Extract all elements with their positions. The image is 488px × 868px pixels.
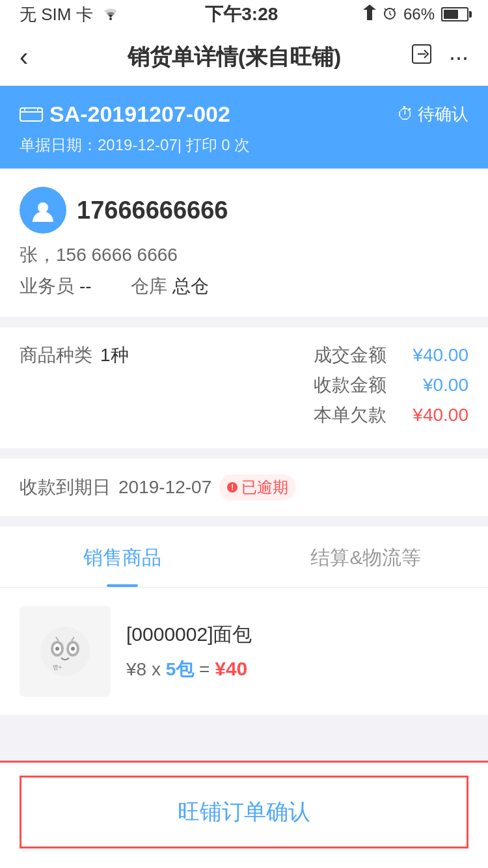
status-left: 无 SIM 卡 xyxy=(20,3,120,26)
warehouse-value: 总仓 xyxy=(172,274,209,299)
due-date-section: 收款到期日 2019-12-07 ! 已逾期 xyxy=(0,459,488,516)
svg-point-5 xyxy=(40,627,90,676)
tab-sales-products[interactable]: 销售商品 xyxy=(0,526,244,587)
amount-summary: 成交金额 ¥40.00 收款金额 ¥0.00 本单欠款 ¥40.00 xyxy=(314,343,468,433)
received-amount-row: 收款金额 ¥0.00 xyxy=(314,373,468,398)
owed-amount-row: 本单欠款 ¥40.00 xyxy=(314,403,468,427)
order-date: 单据日期：2019-12-07| 打印 0 次 xyxy=(20,135,468,156)
order-id: SA-20191207-002 xyxy=(20,102,230,127)
svg-rect-3 xyxy=(20,108,42,121)
product-item: 管+ [0000002]面包 ¥8 x 5包 = ¥40 xyxy=(0,588,488,715)
transaction-amount-value: ¥40.00 xyxy=(413,345,468,366)
share-button[interactable] xyxy=(410,42,433,72)
received-amount-label: 收款金额 xyxy=(314,373,386,398)
transaction-amount-row: 成交金额 ¥40.00 xyxy=(314,343,468,368)
page-title: 销货单详情(来自旺铺) xyxy=(128,42,342,72)
tab-settlement[interactable]: 结算&物流等 xyxy=(244,526,488,587)
status-time: 下午3:28 xyxy=(205,2,278,27)
back-button[interactable]: ‹ xyxy=(20,42,59,72)
product-info: [0000002]面包 ¥8 x 5包 = ¥40 xyxy=(126,621,468,682)
nav-bar: ‹ 销货单详情(来自旺铺) ··· xyxy=(0,29,488,86)
product-thumbnail: 管+ xyxy=(20,606,111,697)
battery-icon xyxy=(441,7,468,21)
location-icon xyxy=(363,5,376,24)
overdue-dot-icon: ! xyxy=(227,482,237,493)
customer-phone: 17666666666 xyxy=(77,197,228,224)
confirm-order-button[interactable]: 旺铺订单确认 xyxy=(20,776,468,848)
avatar xyxy=(20,187,66,234)
confirm-button-wrap: 旺铺订单确认 xyxy=(0,761,488,868)
status-right: 66% xyxy=(363,5,468,24)
product-type-label: 商品种类 xyxy=(20,343,92,368)
customer-top: 17666666666 xyxy=(20,187,468,234)
svg-text:管+: 管+ xyxy=(53,664,62,671)
more-button[interactable]: ··· xyxy=(449,44,468,71)
product-price: ¥8 x 5包 = ¥40 xyxy=(126,657,468,682)
wifi-icon xyxy=(101,5,120,25)
battery-percent: 66% xyxy=(403,5,435,23)
product-type-field: 商品种类 1种 xyxy=(20,343,129,368)
order-header: SA-20191207-002 ⏱ 待确认 单据日期：2019-12-07| 打… xyxy=(0,86,488,169)
tabs: 销售商品 结算&物流等 xyxy=(0,526,488,588)
svg-point-11 xyxy=(71,647,75,651)
salesperson-value: -- xyxy=(79,276,92,297)
summary-section: 商品种类 1种 成交金额 ¥40.00 收款金额 ¥0.00 本单欠款 ¥40.… xyxy=(0,327,488,448)
carrier-label: 无 SIM 卡 xyxy=(20,3,93,26)
nav-actions: ··· xyxy=(410,42,468,72)
overdue-text: 已逾期 xyxy=(241,477,288,498)
alarm-icon xyxy=(383,5,397,23)
warehouse-label: 仓库 xyxy=(131,274,167,299)
customer-name: 张，156 6666 6666 xyxy=(20,243,468,267)
svg-point-10 xyxy=(55,647,59,651)
customer-meta: 业务员 -- 仓库 总仓 xyxy=(20,274,468,299)
salesperson-field: 业务员 -- xyxy=(20,274,92,299)
product-name: [0000002]面包 xyxy=(126,621,468,648)
customer-section: 17666666666 张，156 6666 6666 业务员 -- 仓库 总仓 xyxy=(0,169,488,317)
warehouse-field: 仓库 总仓 xyxy=(131,274,209,299)
tabs-section: 销售商品 结算&物流等 管+ [0000002]面包 xyxy=(0,526,488,715)
clock-icon: ⏱ xyxy=(397,104,414,124)
salesperson-label: 业务员 xyxy=(20,274,74,299)
due-date-label: 收款到期日 xyxy=(20,475,111,500)
svg-point-4 xyxy=(38,202,48,213)
product-total: ¥40 xyxy=(215,658,247,679)
svg-point-0 xyxy=(109,18,112,20)
product-quantity: 5包 xyxy=(166,659,199,679)
status-bar: 无 SIM 卡 下午3:28 66% xyxy=(0,0,488,29)
due-date-value: 2019-12-07 xyxy=(118,477,211,498)
owed-amount-label: 本单欠款 xyxy=(314,403,386,427)
order-status: ⏱ 待确认 xyxy=(397,103,468,126)
overdue-badge: ! 已逾期 xyxy=(219,474,296,500)
order-header-top: SA-20191207-002 ⏱ 待确认 xyxy=(20,102,468,127)
owed-amount-value: ¥40.00 xyxy=(413,405,468,426)
product-type-value: 1种 xyxy=(100,343,129,368)
received-amount-value: ¥0.00 xyxy=(423,375,468,396)
transaction-amount-label: 成交金额 xyxy=(314,343,386,368)
